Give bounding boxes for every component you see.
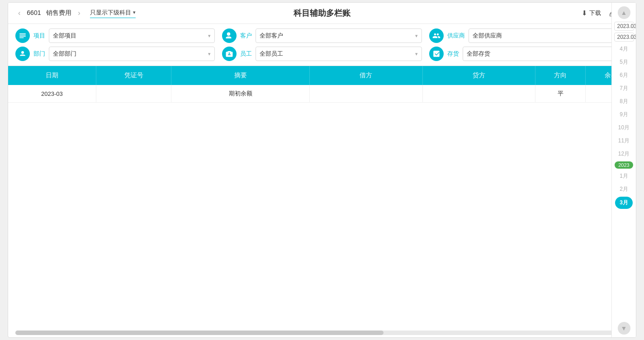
employee-select[interactable]: 全部员工 ▾ <box>256 47 421 61</box>
project-select[interactable]: 全部项目 ▾ <box>49 28 215 43</box>
project-arrow: ▾ <box>208 33 211 39</box>
timeline-panel: ▲ 2023.03 2023.03 4月 5月 6月 7月 8月 9月 10月 … <box>611 3 636 338</box>
table-wrapper: 日期 凭证号 摘要 借方 贷方 方向 余额 2023-03 期初余额 平 <box>8 66 636 328</box>
scrollbar-thumb <box>15 331 384 335</box>
timeline-1[interactable]: 1月 <box>612 170 636 183</box>
supplier-value: 全部供应商 <box>473 32 502 40</box>
col-credit: 贷方 <box>422 66 535 85</box>
horizontal-scrollbar[interactable] <box>15 331 629 335</box>
timeline-9[interactable]: 9月 <box>612 108 636 121</box>
inventory-label: 存货 <box>447 50 459 58</box>
filter-supplier: 供应商 全部供应商 ▾ <box>429 28 629 43</box>
filter-customer: 客户 全部客户 ▾ <box>222 28 421 43</box>
col-voucher: 凭证号 <box>96 66 171 85</box>
cell-credit <box>422 85 535 103</box>
show-sub-label: 只显示下级科目 <box>90 9 131 17</box>
timeline-11[interactable]: 11月 <box>612 134 636 147</box>
inventory-value: 全部存货 <box>467 50 490 58</box>
col-date: 日期 <box>8 66 96 85</box>
project-value: 全部项目 <box>53 32 76 40</box>
customer-value: 全部客户 <box>260 32 283 40</box>
department-label: 部门 <box>33 50 45 58</box>
table-header-row: 日期 凭证号 摘要 借方 贷方 方向 余额 <box>8 66 636 85</box>
timeline-8[interactable]: 8月 <box>612 95 636 108</box>
supplier-icon <box>429 28 444 43</box>
timeline-7[interactable]: 7月 <box>612 82 636 95</box>
chevron-down-icon: ▾ <box>133 9 136 15</box>
table-row: 2023-03 期初余额 平 <box>8 85 636 103</box>
download-button[interactable]: ⬇ 下载 <box>582 9 601 17</box>
inventory-select[interactable]: 全部存货 ▾ <box>463 47 629 61</box>
filter-project: 项目 全部项目 ▾ <box>15 28 215 43</box>
department-icon <box>15 47 30 61</box>
timeline-up-button[interactable]: ▲ <box>618 6 630 19</box>
timeline-items: 2023.03 2023.03 4月 5月 6月 7月 8月 9月 10月 11… <box>612 21 636 322</box>
department-value: 全部部门 <box>53 50 76 58</box>
nav-next-button[interactable]: › <box>75 8 83 18</box>
timeline-10[interactable]: 10月 <box>612 121 636 134</box>
svg-point-0 <box>21 51 24 54</box>
inventory-icon <box>429 47 444 61</box>
timeline-6[interactable]: 6月 <box>612 69 636 82</box>
filter-department: 部门 全部部门 ▾ <box>15 47 215 61</box>
col-summary: 摘要 <box>171 66 309 85</box>
supplier-select[interactable]: 全部供应商 ▾ <box>469 28 629 43</box>
nav-prev-button[interactable]: ‹ <box>15 8 23 18</box>
employee-icon <box>222 47 237 61</box>
account-code: 6601 销售费用 <box>27 9 71 17</box>
show-sub-button[interactable]: 只显示下级科目 ▾ <box>90 9 136 18</box>
project-label: 项目 <box>33 32 45 40</box>
col-debit: 借方 <box>309 66 422 85</box>
top-bar: ‹ 6601 销售费用 › 只显示下级科目 ▾ 科目辅助多栏账 ⬇ 下载 🖨 打… <box>8 3 636 24</box>
timeline-down-button[interactable]: ▼ <box>618 322 630 335</box>
filter-inventory: 存货 全部存货 ▾ <box>429 47 629 61</box>
timeline-5[interactable]: 5月 <box>612 56 636 69</box>
supplier-label: 供应商 <box>447 32 465 40</box>
employee-arrow: ▾ <box>415 51 418 57</box>
cell-date: 2023-03 <box>8 85 96 103</box>
timeline-2[interactable]: 2月 <box>612 183 636 196</box>
timeline-12[interactable]: 12月 <box>612 147 636 161</box>
cell-direction: 平 <box>535 85 586 103</box>
customer-arrow: ▾ <box>415 33 418 39</box>
page-title: 科目辅助多栏账 <box>294 8 350 19</box>
customer-label: 客户 <box>240 32 252 40</box>
download-icon: ⬇ <box>582 9 587 17</box>
timeline-year-2023[interactable]: 2023 <box>615 161 633 169</box>
cell-debit <box>309 85 422 103</box>
project-icon <box>15 28 30 43</box>
filter-employee: 员工 全部员工 ▾ <box>222 47 421 61</box>
main-container: × ‹ 6601 销售费用 › 只显示下级科目 ▾ 科目辅助多栏账 ⬇ 下载 🖨… <box>8 2 636 338</box>
download-label: 下载 <box>589 9 601 17</box>
timeline-range-end[interactable]: 2023.03 <box>614 33 634 42</box>
filter-area: 项目 全部项目 ▾ 客户 全部客户 ▾ 供应商 全部供应商 ▾ <box>8 24 636 66</box>
customer-select[interactable]: 全部客户 ▾ <box>256 28 421 43</box>
employee-label: 员工 <box>240 50 252 58</box>
employee-value: 全部员工 <box>260 50 283 58</box>
cell-summary: 期初余额 <box>171 85 309 103</box>
department-select[interactable]: 全部部门 ▾ <box>49 47 215 61</box>
department-arrow: ▾ <box>208 51 211 57</box>
cell-voucher <box>96 85 171 103</box>
timeline-3-active[interactable]: 3月 <box>615 197 633 209</box>
timeline-4[interactable]: 4月 <box>612 42 636 56</box>
ledger-table: 日期 凭证号 摘要 借方 贷方 方向 余额 2023-03 期初余额 平 <box>8 66 636 103</box>
timeline-range-start[interactable]: 2023.03 <box>614 22 634 31</box>
customer-icon <box>222 28 237 43</box>
col-direction: 方向 <box>535 66 586 85</box>
